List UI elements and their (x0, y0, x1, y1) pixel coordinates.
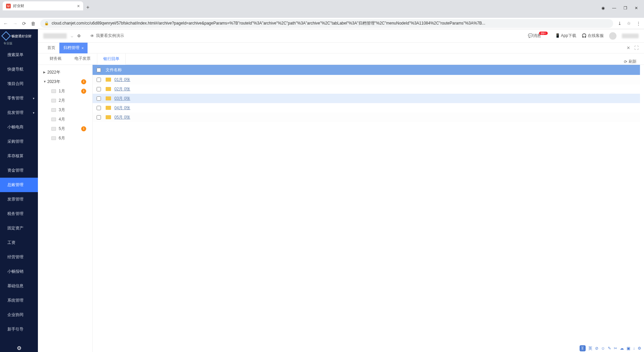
sidebar-item[interactable]: 快捷导航 (0, 62, 38, 77)
tree-year-2023[interactable]: ▼ 2023年 i (38, 77, 92, 86)
chevron-down-icon: ▾ (33, 97, 35, 100)
refresh-button[interactable]: ⟳刷新 (624, 59, 644, 64)
tray-icon[interactable]: ☺ (601, 346, 605, 351)
sidebar-item[interactable]: 发票管理 (0, 192, 38, 207)
sub-tabs: 财务账 电子发票 银行回单 ⟳刷新 (38, 53, 644, 65)
sidebar-item[interactable]: 系统管理 (0, 293, 38, 308)
tree-month[interactable]: 1月i (38, 86, 92, 96)
sidebar: 畅捷通好业财 专业版 搜索菜单快捷导航项目合同零售管理▾批发管理▾小畅电商采购管… (0, 29, 38, 352)
sidebar-item[interactable]: 新手引导 (0, 322, 38, 337)
reload-icon[interactable]: ⟳ (22, 21, 26, 26)
subtab-bank[interactable]: 银行回单 (97, 53, 126, 65)
sidebar-item[interactable]: 项目合同 (0, 77, 38, 91)
logo-title: 畅捷通好业财 (11, 34, 32, 38)
sidebar-item[interactable]: 资金管理 (0, 163, 38, 178)
tray-icon[interactable]: ✎ (608, 346, 611, 351)
sidebar-item[interactable]: 批发管理▾ (0, 105, 38, 120)
row-checkbox[interactable] (97, 106, 101, 110)
tree-month[interactable]: 5月i (38, 124, 92, 133)
page-tabs: 首页 归档管理× ✕ ⛶ (38, 43, 644, 53)
new-tab-button[interactable]: + (83, 4, 93, 10)
menu-icon[interactable]: ⋮ (636, 21, 641, 26)
file-link[interactable]: 02月 0张 (114, 86, 130, 92)
table-row[interactable]: 01月 0张 (93, 75, 640, 84)
sidebar-item[interactable]: 固定资产 (0, 221, 38, 235)
table-row[interactable]: 05月 0张 (93, 113, 640, 122)
minimize-icon[interactable]: — (612, 6, 616, 10)
maximize-icon[interactable]: ❐ (624, 6, 627, 10)
avatar[interactable] (609, 32, 616, 40)
file-link[interactable]: 04月 0张 (114, 105, 130, 111)
top-bar: ⌵ ⚙ 👁 我要看实例演示 💬消息99+ 📱 App下载 🎧 在线客服 (38, 29, 644, 43)
subtab-invoice[interactable]: 电子发票 (68, 53, 97, 64)
sidebar-item[interactable]: 搜索菜单 (0, 48, 38, 62)
tree-month[interactable]: 3月 (38, 105, 92, 115)
sidebar-item[interactable]: 小畅报销 (0, 264, 38, 279)
message-link[interactable]: 💬消息99+ (528, 33, 549, 39)
tree-month[interactable]: 2月 (38, 96, 92, 105)
file-link[interactable]: 05月 0张 (114, 115, 130, 120)
tray-icon[interactable]: ⊘ (595, 346, 598, 351)
tray-icon[interactable]: ▣ (627, 346, 630, 351)
tray-icon[interactable]: ⚙ (638, 346, 641, 351)
settings-icon[interactable]: ⚙ (0, 341, 38, 352)
logo: 畅捷通好业财 (0, 29, 38, 43)
close-icon[interactable]: × (82, 46, 84, 50)
tab-archive[interactable]: 归档管理× (59, 43, 88, 53)
star-icon[interactable]: ☆ (627, 21, 631, 26)
tab-home[interactable]: 首页 (43, 43, 59, 53)
sidebar-item[interactable]: 企业协同 (0, 308, 38, 322)
folder-icon (106, 115, 111, 119)
tray-icon[interactable]: ☁ (620, 346, 624, 351)
sidebar-item[interactable]: 工资 (0, 235, 38, 250)
table-row[interactable]: 02月 0张 (93, 84, 640, 94)
system-tray: 王 英 ⊘ ☺ ✎ ✂ ☁ ▣ ↓ ⚙ (580, 345, 641, 351)
folder-icon (106, 78, 111, 82)
tree-month[interactable]: 6月 (38, 133, 92, 143)
install-icon[interactable]: ⤓ (618, 21, 622, 26)
app-download[interactable]: 📱 App下载 (555, 33, 576, 39)
fullscreen-icon[interactable]: ⛶ (634, 45, 639, 50)
sidebar-item[interactable]: 基础信息 (0, 279, 38, 293)
tray-icon[interactable]: ✂ (614, 346, 617, 351)
row-checkbox[interactable] (97, 87, 101, 91)
sidebar-item[interactable]: 总账管理 (0, 178, 38, 192)
row-checkbox[interactable] (97, 78, 101, 82)
subtab-finance[interactable]: 财务账 (43, 53, 68, 64)
lock-icon: 🔒 (44, 21, 49, 26)
url-bar[interactable]: 🔒 cloud.chanjet.com/cc/u6d89qwnryel/57bf… (40, 19, 613, 28)
tray-app-icon[interactable]: 王 (580, 345, 586, 351)
gear-icon[interactable]: ⚙ (77, 34, 81, 38)
tree-month[interactable]: 4月 (38, 115, 92, 124)
row-checkbox[interactable] (97, 115, 101, 120)
folder-icon (51, 118, 56, 121)
back-icon[interactable]: ← (3, 21, 8, 26)
ime-indicator[interactable]: 英 (588, 346, 592, 351)
tree-year-2022[interactable]: ▶ 2022年 (38, 68, 92, 77)
sidebar-item[interactable]: 税务管理 (0, 207, 38, 221)
file-link[interactable]: 01月 0张 (114, 77, 130, 83)
sidebar-item[interactable]: 小畅电商 (0, 120, 38, 134)
select-all-checkbox[interactable] (97, 68, 101, 72)
company-selector[interactable]: ⌵ ⚙ (43, 33, 81, 39)
company-name-redacted (43, 33, 67, 39)
close-icon[interactable]: × (77, 3, 80, 9)
table-row[interactable]: 03月 0张 (93, 94, 640, 103)
file-link[interactable]: 03月 0张 (114, 96, 130, 101)
trash-icon[interactable]: 🗑 (31, 21, 36, 26)
close-window-icon[interactable]: ✕ (635, 6, 638, 10)
tray-icon[interactable]: ↓ (633, 346, 635, 351)
row-checkbox[interactable] (97, 96, 101, 101)
table-row[interactable]: 04月 0张 (93, 103, 640, 113)
browser-tab[interactable]: U 好业财 × (3, 1, 83, 10)
forward-icon[interactable]: → (13, 21, 17, 26)
online-service[interactable]: 🎧 在线客服 (582, 33, 604, 39)
close-all-icon[interactable]: ✕ (627, 45, 630, 50)
caret-down-icon: ▼ (43, 80, 47, 83)
sidebar-item[interactable]: 零售管理▾ (0, 91, 38, 105)
folder-icon (106, 96, 111, 100)
sidebar-item[interactable]: 采购管理 (0, 134, 38, 149)
sidebar-item[interactable]: 经营管理 (0, 250, 38, 264)
demo-link[interactable]: 👁 我要看实例演示 (90, 33, 124, 39)
sidebar-item[interactable]: 库存核算 (0, 149, 38, 163)
